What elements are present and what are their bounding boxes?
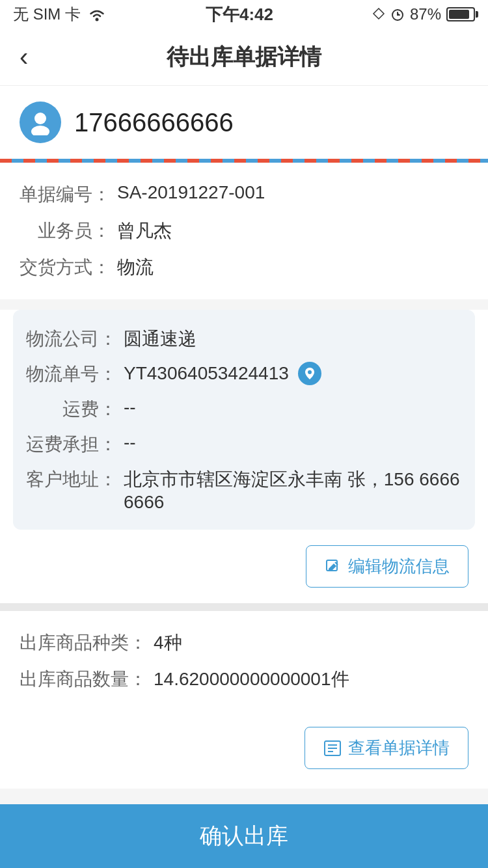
goods-section: 出库商品种类： 4种 出库商品数量： 14.620000000000001件 xyxy=(0,611,488,711)
svg-point-2 xyxy=(34,113,46,124)
salesman-value: 曾凡杰 xyxy=(117,219,468,243)
confirm-button-label: 确认出库 xyxy=(200,821,288,851)
gray-separator-1 xyxy=(0,603,488,611)
status-bar: 无 SIM 卡 下午4:42 87% xyxy=(0,0,488,29)
view-detail-button[interactable]: 查看单据详情 xyxy=(305,727,468,769)
edit-logistics-label: 编辑物流信息 xyxy=(348,555,450,578)
goods-quantity-label: 出库商品数量： xyxy=(20,667,147,692)
edit-btn-row: 编辑物流信息 xyxy=(0,530,488,603)
delivery-row: 交货方式： 物流 xyxy=(20,255,468,280)
logistics-freight-bearer-label: 运费承担： xyxy=(26,432,117,457)
logistics-address-row: 客户地址： 北京市市辖区海淀区永丰南 张，156 6666 6666 xyxy=(26,467,462,513)
logistics-tracking-value: YT43064053424413 xyxy=(124,362,462,385)
logistics-address-value: 北京市市辖区海淀区永丰南 张，156 6666 6666 xyxy=(124,467,462,513)
logistics-tracking-label: 物流单号： xyxy=(26,362,117,387)
tracking-location-icon[interactable] xyxy=(298,362,321,385)
view-detail-btn-row: 查看单据详情 xyxy=(0,711,488,789)
goods-quantity-value: 14.620000000000001件 xyxy=(154,667,349,692)
logistics-freight-bearer-value: -- xyxy=(124,432,462,453)
nav-bar: ‹ 待出库单据详情 xyxy=(0,29,488,86)
salesman-row: 业务员： 曾凡杰 xyxy=(20,219,468,243)
logistics-address-label: 客户地址： xyxy=(26,467,117,492)
back-button[interactable]: ‹ xyxy=(20,42,28,72)
goods-types-row: 出库商品种类： 4种 xyxy=(20,631,468,655)
battery-percent: 87% xyxy=(410,5,441,23)
phone-number: 17666666666 xyxy=(74,108,234,137)
edit-logistics-button[interactable]: 编辑物流信息 xyxy=(306,545,468,588)
wifi-icon xyxy=(87,7,107,21)
phone-header-section: 17666666666 xyxy=(0,86,488,159)
logistics-company-label: 物流公司： xyxy=(26,327,117,351)
svg-point-3 xyxy=(31,126,49,135)
logistics-freight-row: 运费： -- xyxy=(26,397,462,422)
logistics-company-row: 物流公司： 圆通速递 xyxy=(26,327,462,351)
goods-types-value: 4种 xyxy=(154,631,182,655)
goods-quantity-row: 出库商品数量： 14.620000000000001件 xyxy=(20,667,468,692)
status-time: 下午4:42 xyxy=(206,3,273,26)
logistics-freight-label: 运费： xyxy=(26,397,117,422)
document-row: 单据编号： SA-20191227-001 xyxy=(20,182,468,207)
view-detail-label: 查看单据详情 xyxy=(348,737,450,759)
avatar-icon xyxy=(20,102,61,143)
svg-point-4 xyxy=(308,370,312,374)
location-status-icon xyxy=(372,7,385,21)
goods-types-label: 出库商品种类： xyxy=(20,631,147,655)
delivery-label: 交货方式： xyxy=(20,255,111,280)
logistics-company-value: 圆通速递 xyxy=(124,327,462,351)
tracking-number-text: YT43064053424413 xyxy=(124,363,289,384)
page-title: 待出库单据详情 xyxy=(167,42,321,72)
logistics-tracking-row: 物流单号： YT43064053424413 xyxy=(26,362,462,387)
basic-info-section: 单据编号： SA-20191227-001 业务员： 曾凡杰 交货方式： 物流 xyxy=(0,163,488,299)
battery-icon xyxy=(446,7,475,21)
edit-icon xyxy=(325,558,342,575)
status-left: 无 SIM 卡 xyxy=(13,4,107,25)
logistics-freight-bearer-row: 运费承担： -- xyxy=(26,432,462,457)
logistics-outer-section: 物流公司： 圆通速递 物流单号： YT43064053424413 运费： --… xyxy=(0,310,488,603)
confirm-button-bar[interactable]: 确认出库 xyxy=(0,804,488,868)
salesman-label: 业务员： xyxy=(20,219,111,243)
logistics-card: 物流公司： 圆通速递 物流单号： YT43064053424413 运费： --… xyxy=(13,310,475,530)
alarm-icon xyxy=(390,7,405,21)
delivery-value: 物流 xyxy=(117,255,468,280)
user-avatar-svg xyxy=(27,109,53,135)
document-label: 单据编号： xyxy=(20,182,111,207)
svg-point-0 xyxy=(96,18,99,21)
document-value: SA-20191227-001 xyxy=(117,182,468,203)
map-pin-icon xyxy=(303,366,316,381)
logistics-freight-value: -- xyxy=(124,397,462,418)
status-right: 87% xyxy=(372,5,475,23)
list-icon xyxy=(323,740,342,757)
carrier-text: 无 SIM 卡 xyxy=(13,4,81,25)
